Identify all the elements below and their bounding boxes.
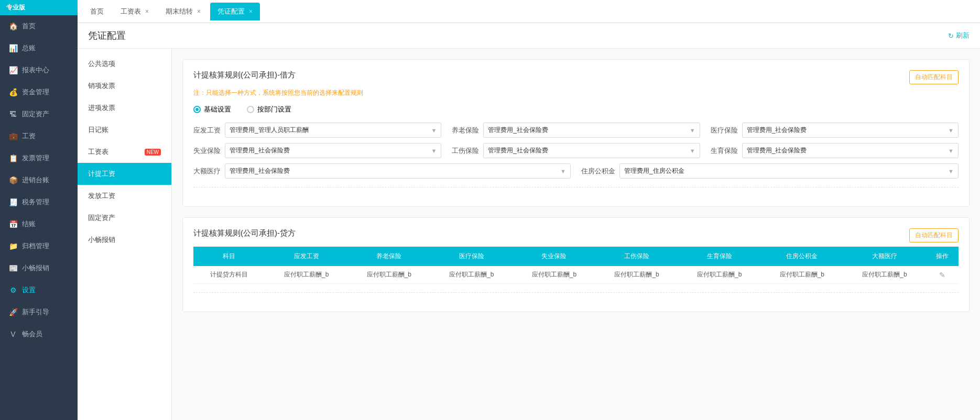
leftnav-sales-invoice[interactable]: 销项发票 [78, 75, 171, 97]
sidebar-item-guide[interactable]: 🚀 新手引导 [0, 301, 78, 323]
tab-close-payroll[interactable]: × [145, 8, 149, 15]
leftnav-public-options[interactable]: 公共选项 [78, 53, 171, 75]
tab-payroll[interactable]: 工资表 × [113, 3, 156, 20]
chevron-icon: ▼ [948, 148, 954, 154]
debit-form-row1: 应发工资 管理费用_管理人员职工薪酬 ▼ 养老保险 管理费用_社会保险费 ▼ [193, 123, 959, 138]
chevron-icon: ▼ [948, 127, 954, 134]
sidebar-item-report-center[interactable]: 📈 报表中心 [0, 59, 78, 81]
cell-subject: 计提贷方科目 [193, 266, 265, 284]
chart-icon: 📊 [8, 44, 18, 52]
sidebar-item-label: 新手引导 [22, 307, 49, 317]
sidebar-item-label: 发票管理 [22, 153, 49, 163]
sidebar-item-fixed-assets[interactable]: 🏗 固定资产 [0, 103, 78, 125]
leftnav-accrual-payroll[interactable]: 计提工资 [78, 163, 171, 185]
rocket-icon: 🚀 [8, 308, 18, 316]
leftnav-payroll-table[interactable]: 工资表 NEW [78, 141, 171, 163]
tab-home[interactable]: 首页 [83, 3, 111, 20]
cell-action[interactable]: ✎ [926, 266, 959, 284]
sidebar-item-closing[interactable]: 📅 结账 [0, 213, 78, 235]
cell-yingfa: 应付职工薪酬_b [265, 266, 348, 284]
tab-close-voucher-config[interactable]: × [249, 8, 253, 15]
select-gongshang[interactable]: 管理费用_社会保险费 ▼ [483, 143, 700, 158]
debit-section-title: 计提核算规则(公司承担)-借方 [193, 70, 296, 80]
sidebar-item-fund-management[interactable]: 💰 资金管理 [0, 81, 78, 103]
select-daeliao[interactable]: 管理费用_社会保险费 ▼ [225, 163, 571, 179]
credit-table: 科目 应发工资 养老保险 医疗保险 失业保险 工伤保险 生育保险 住房公积金 大… [193, 247, 959, 284]
sidebar-item-home[interactable]: 🏠 首页 [0, 15, 78, 37]
radio-dept-settings[interactable]: 按部门设置 [247, 105, 291, 114]
select-zhufang[interactable]: 管理费用_住房公积金 ▼ [619, 163, 959, 179]
credit-auto-match-button[interactable]: 自动匹配科目 [909, 228, 959, 242]
debit-form-row2: 失业保险 管理费用_社会保险费 ▼ 工伤保险 管理费用_社会保险费 ▼ [193, 143, 959, 158]
th-gongshang: 工伤保险 [595, 247, 678, 266]
radio-basic-settings[interactable]: 基础设置 [193, 105, 231, 114]
cell-daeliao: 应付职工薪酬_b [843, 266, 926, 284]
th-yiliao: 医疗保险 [430, 247, 513, 266]
chevron-icon: ▼ [690, 127, 695, 134]
th-daeliao: 大额医疗 [843, 247, 926, 266]
home-icon: 🏠 [8, 22, 18, 30]
cell-yanglao: 应付职工薪酬_b [347, 266, 430, 284]
sidebar-item-label: 首页 [22, 21, 36, 31]
th-shengyu: 生育保险 [678, 247, 761, 266]
sidebar-item-purchase-sales[interactable]: 📦 进销台账 [0, 169, 78, 191]
credit-section-title: 计提核算规则(公司承担)-贷方 [193, 228, 296, 238]
sidebar-item-label: 归档管理 [22, 241, 49, 251]
sidebar-item-settings[interactable]: ⚙ 设置 [0, 279, 78, 301]
select-yingfa[interactable]: 管理费用_管理人员职工薪酬 ▼ [225, 123, 441, 138]
cell-yiliao: 应付职工薪酬_b [430, 266, 513, 284]
label-yingfa: 应发工资 [193, 126, 221, 135]
field-yiliao: 医疗保险 管理费用_社会保险费 ▼ [711, 123, 959, 138]
sidebar-item-tax[interactable]: 🧾 税务管理 [0, 191, 78, 213]
box-icon: 📦 [8, 176, 18, 184]
select-shengyu[interactable]: 管理费用_社会保险费 ▼ [742, 143, 959, 158]
leftnav-purchase-invoice[interactable]: 进项发票 [78, 97, 171, 119]
sidebar-item-general-ledger[interactable]: 📊 总账 [0, 37, 78, 59]
table-header-row: 科目 应发工资 养老保险 医疗保险 失业保险 工伤保险 生育保险 住房公积金 大… [193, 247, 959, 266]
debit-section-note: 注：只能选择一种方式，系统将按照您当前的选择来配置规则 [193, 89, 959, 97]
leftnav-fixed-assets[interactable]: 固定资产 [78, 207, 171, 229]
sidebar-item-vip[interactable]: V 畅会员 [0, 323, 78, 345]
debit-radio-group: 基础设置 按部门设置 [193, 105, 959, 114]
sidebar-item-label: 设置 [22, 285, 36, 295]
leftnav-xiao-chang-expense[interactable]: 小畅报销 [78, 229, 171, 251]
radio-dept-circle [247, 106, 254, 113]
expense-icon: 📰 [8, 264, 18, 272]
select-shiye[interactable]: 管理费用_社会保险费 ▼ [225, 143, 441, 158]
sidebar-item-expense[interactable]: 📰 小畅报销 [0, 257, 78, 279]
field-shiye: 失业保险 管理费用_社会保险费 ▼ [193, 143, 441, 158]
leftnav-journal[interactable]: 日记账 [78, 119, 171, 141]
debit-auto-match-button[interactable]: 自动匹配科目 [909, 70, 959, 84]
select-yiliao[interactable]: 管理费用_社会保险费 ▼ [742, 123, 959, 138]
tax-icon: 🧾 [8, 198, 18, 206]
tab-period-end[interactable]: 期末结转 × [158, 3, 208, 20]
calendar-icon: 📅 [8, 220, 18, 228]
leftnav-pay-payroll[interactable]: 发放工资 [78, 185, 171, 207]
sidebar-item-invoice[interactable]: 📋 发票管理 [0, 147, 78, 169]
sidebar-item-label: 总账 [22, 43, 36, 53]
debit-form-row3: 大额医疗 管理费用_社会保险费 ▼ 住房公积金 管理费用_住房公积金 ▼ [193, 163, 959, 179]
sidebar-item-payroll[interactable]: 💼 工资 [0, 125, 78, 147]
tab-voucher-config[interactable]: 凭证配置 × [210, 3, 260, 20]
refresh-button[interactable]: ↻ 刷新 [948, 31, 970, 40]
select-yanglao[interactable]: 管理费用_社会保险费 ▼ [483, 123, 700, 138]
payroll-icon: 💼 [8, 132, 18, 140]
field-daeliao: 大额医疗 管理费用_社会保险费 ▼ [193, 163, 571, 179]
content-layout: 公共选项 销项发票 进项发票 日记账 工资表 NEW 计提工资 发放工资 固 [78, 49, 980, 420]
sidebar-item-archive[interactable]: 📁 归档管理 [0, 235, 78, 257]
new-badge: NEW [145, 149, 161, 156]
label-gongshang: 工伤保险 [452, 146, 479, 156]
sidebar-item-label: 小畅报销 [22, 263, 49, 273]
money-icon: 💰 [8, 88, 18, 96]
th-action: 操作 [926, 247, 959, 266]
edit-icon[interactable]: ✎ [939, 271, 945, 279]
tab-bar: 首页 工资表 × 期末结转 × 凭证配置 × [78, 0, 980, 23]
chevron-icon: ▼ [948, 168, 954, 174]
chevron-icon: ▼ [560, 168, 566, 174]
table-row: 计提贷方科目 应付职工薪酬_b 应付职工薪酬_b 应付职工薪酬_b 应付职工薪酬… [193, 266, 959, 284]
report-icon: 📈 [8, 66, 18, 74]
sidebar-item-label: 畅会员 [22, 329, 42, 339]
settings-icon: ⚙ [8, 286, 18, 294]
page-header: 凭证配置 ↻ 刷新 [78, 23, 980, 49]
tab-close-period-end[interactable]: × [197, 8, 201, 15]
